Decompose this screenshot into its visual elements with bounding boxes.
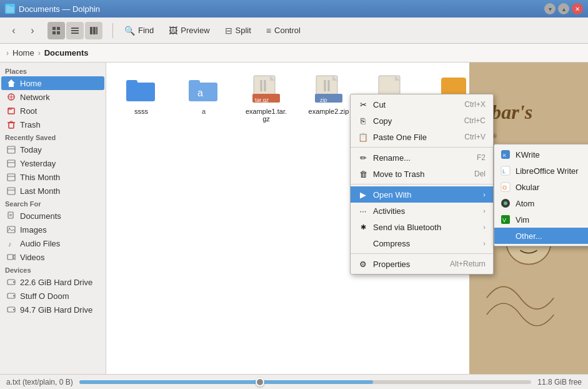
file-item-ssss[interactable]: ssss — [116, 73, 166, 125]
svg-rect-35 — [7, 255, 13, 260]
ctx-copy-shortcut: Ctrl+C — [464, 116, 486, 125]
ctx-cut-label: Cut — [373, 100, 459, 109]
file-name-example2: example2.zip — [309, 108, 349, 115]
sidebar-item-videos[interactable]: Videos — [1, 250, 104, 264]
file-item-a[interactable]: a a — [179, 73, 229, 125]
svg-rect-17 — [8, 108, 12, 109]
ctx-trash[interactable]: 🗑 Move to Trash Del — [351, 166, 493, 182]
sidebar-trash-label: Trash — [20, 120, 41, 129]
submenu-open-with: K KWrite L LibreOffice Writer O Okular — [494, 144, 588, 246]
audio-icon: ♪ — [6, 238, 16, 248]
documents-icon — [6, 211, 16, 221]
ctx-paste[interactable]: 📋 Paste One File Ctrl+V — [351, 129, 493, 145]
sub-kwrite[interactable]: K KWrite — [494, 146, 588, 163]
libreoffice-icon: L — [501, 166, 511, 176]
view-detail-button[interactable] — [66, 22, 84, 39]
home-icon — [6, 78, 16, 88]
ctx-copy-label: Copy — [373, 116, 459, 126]
ctx-activities[interactable]: ··· Activities › — [351, 203, 493, 219]
split-label: Split — [236, 26, 251, 35]
sub-libreoffice[interactable]: L LibreOffice Writer — [494, 163, 588, 179]
back-button[interactable]: ‹ — [5, 22, 22, 39]
ctx-compress[interactable]: Compress › — [351, 235, 493, 251]
images-icon — [6, 225, 16, 235]
sub-okular[interactable]: O Okular — [494, 179, 588, 195]
view-grid-button[interactable] — [47, 22, 65, 39]
sub-libreoffice-label: LibreOffice Writer — [516, 166, 579, 176]
find-button[interactable]: 🔍 Find — [118, 23, 160, 38]
toolbar-sep1 — [112, 23, 113, 38]
control-label: Control — [274, 26, 301, 35]
sub-other[interactable]: Other... — [494, 228, 588, 244]
stuffodoom-icon — [6, 291, 16, 301]
maximize-button[interactable]: ▴ — [558, 3, 569, 14]
sub-vim[interactable]: V Vim — [494, 211, 588, 228]
sidebar-hd2-label: 94.7 GiB Hard Drive — [20, 305, 92, 315]
sidebar-item-stuffodoom[interactable]: Stuff O Doom — [1, 289, 104, 303]
ctx-properties[interactable]: ⚙ Properties Alt+Return — [351, 256, 493, 272]
close-button[interactable]: ✕ — [572, 3, 583, 14]
sidebar-item-today[interactable]: Today — [1, 143, 104, 156]
statusbar: a.txt (text/plain, 0 B) 11.8 GiB free — [0, 374, 588, 389]
sidebar-this-month-label: This Month — [20, 173, 60, 182]
ctx-paste-label: Paste One File — [373, 133, 459, 142]
file-item-example2[interactable]: zip example2.zip — [304, 73, 354, 125]
sidebar-item-audio[interactable]: ♪ Audio Files — [1, 236, 104, 250]
main-layout: Places Home Network Root Trash Rece — [0, 63, 588, 374]
trash-icon — [6, 119, 16, 129]
devices-label: Devices — [0, 264, 106, 275]
last-month-icon — [6, 186, 16, 196]
ctx-bluetooth[interactable]: ✱ Send via Bluetooth › — [351, 219, 493, 235]
ctx-cut-shortcut: Ctrl+X — [464, 100, 486, 109]
ctx-open-with[interactable]: ▶ Open With › — [351, 186, 493, 203]
breadcrumb-home[interactable]: Home — [12, 48, 34, 58]
sidebar-item-network[interactable]: Network — [1, 90, 104, 104]
sidebar-item-this-month[interactable]: This Month — [1, 170, 104, 184]
recently-saved-label: Recently Saved — [0, 131, 106, 143]
split-icon: ⊟ — [225, 26, 232, 36]
split-button[interactable]: ⊟ Split — [219, 23, 257, 38]
hd1-icon — [6, 277, 16, 287]
view-columns-button[interactable] — [85, 22, 102, 39]
svg-marker-36 — [13, 255, 15, 260]
svg-text:zip: zip — [320, 97, 327, 103]
addressbar: › Home › Documents — [0, 44, 588, 63]
forward-button[interactable]: › — [24, 22, 41, 39]
minimize-button[interactable]: ▾ — [544, 3, 556, 14]
sidebar-item-documents[interactable]: Documents — [1, 209, 104, 223]
statusbar-slider[interactable] — [79, 380, 532, 384]
svg-rect-27 — [7, 188, 15, 194]
svg-rect-21 — [7, 146, 15, 153]
kwrite-icon: K — [501, 149, 511, 159]
sidebar-item-hd2[interactable]: 94.7 GiB Hard Drive — [1, 303, 104, 316]
statusbar-slider-thumb — [256, 378, 264, 386]
svg-text:a: a — [197, 88, 203, 98]
sidebar-item-home[interactable]: Home — [1, 76, 104, 90]
control-button[interactable]: ≡ Control — [260, 23, 307, 38]
sidebar-item-last-month[interactable]: Last Month — [1, 184, 104, 198]
sidebar-home-label: Home — [20, 79, 42, 88]
preview-button[interactable]: 🖼 Preview — [162, 23, 216, 38]
file-item-example1[interactable]: tar.gz example1.tar.gz — [241, 73, 291, 125]
svg-text:L: L — [502, 168, 506, 174]
sidebar-item-trash[interactable]: Trash — [1, 118, 104, 131]
sidebar-item-yesterday[interactable]: Yesterday — [1, 156, 104, 170]
ctx-copy[interactable]: ⎘ Copy Ctrl+C — [351, 113, 493, 129]
sidebar-today-label: Today — [20, 145, 42, 154]
ctx-rename[interactable]: ✏ Rename... F2 — [351, 149, 493, 166]
sidebar-item-hd1[interactable]: 22.6 GiB Hard Drive — [1, 275, 104, 289]
ctx-cut[interactable]: ✂ Cut Ctrl+X — [351, 96, 493, 113]
svg-rect-43 — [126, 83, 155, 101]
svg-marker-12 — [7, 79, 15, 87]
breadcrumb-documents[interactable]: Documents — [44, 48, 89, 58]
svg-point-42 — [13, 309, 14, 310]
ctx-rename-shortcut: F2 — [477, 153, 486, 162]
svg-rect-3 — [57, 27, 60, 30]
ctx-sep1 — [351, 147, 493, 148]
svg-rect-45 — [189, 83, 217, 101]
ctx-open-with-label: Open With — [373, 190, 478, 200]
sidebar-item-root[interactable]: Root — [1, 104, 104, 118]
sidebar-item-images[interactable]: Images — [1, 223, 104, 236]
sub-atom[interactable]: Atom — [494, 195, 588, 211]
ctx-paste-shortcut: Ctrl+V — [464, 133, 486, 141]
